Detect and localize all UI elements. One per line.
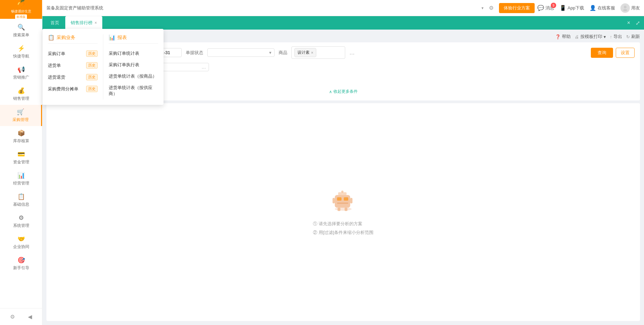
svg-rect-9 (337, 208, 340, 211)
menu-item-return[interactable]: 进货退货 历史 (48, 71, 98, 83)
sidebar-item-guide[interactable]: 🎯 新手引导 (0, 253, 42, 274)
system-dropdown-btn[interactable]: ▾ (481, 6, 484, 10)
sidebar-item-basic[interactable]: 📋 基础信息 (0, 190, 42, 211)
sidebar-item-inventory[interactable]: 📦 库存核算 (0, 126, 42, 147)
purchase-icon: 🛒 (17, 108, 24, 116)
business-section-label: 采购业务 (57, 35, 75, 41)
order-stats-label: 采购订单统计表 (109, 50, 139, 56)
print-icon: 🖨 (575, 34, 579, 39)
tab-sales-rank-label: 销售排行榜 (71, 20, 93, 26)
sidebar-item-purchase[interactable]: 🛒 采购管理 (0, 105, 42, 126)
menu-item-order-stats[interactable]: 采购订单统计表 (109, 48, 158, 59)
tab-close-window-btn[interactable]: × (626, 18, 632, 27)
menu-item-purchase-order[interactable]: 采购订单 历史 (48, 48, 98, 59)
report-section-title: 📊 报表 (109, 34, 158, 44)
empty-tip-1-num: ① (313, 221, 317, 226)
menu-item-incoming-stats-goods[interactable]: 进货单统计表（按商品） (109, 71, 158, 82)
notification-badge: 9 (551, 3, 556, 8)
industry-btn[interactable]: 体验行业方案 (499, 3, 535, 13)
sidebar-item-label: 资金管理 (13, 159, 29, 165)
svg-rect-3 (335, 195, 350, 208)
operations-icon: 📊 (17, 172, 25, 179)
sidebar-item-system[interactable]: ⚙ 系统管理 (0, 211, 42, 232)
sidebar-nav: 🔍 搜索菜单 ⚡ 快捷导航 📢 营销推广 💰 销售管理 🛒 采购管理 📦 库存核… (0, 19, 42, 308)
sidebar-item-label: 企业协同 (13, 244, 29, 250)
export-btn[interactable]: ↑ 导出 (610, 34, 622, 40)
sidebar-item-collab[interactable]: 🤝 企业协同 (0, 232, 42, 253)
tab-expand-btn[interactable]: ⤢ (634, 18, 641, 28)
goods-select[interactable]: 设计素 × (291, 46, 345, 59)
sidebar-settings-btn[interactable]: ⚙ (10, 314, 15, 320)
goods-tag: 设计素 × (294, 48, 316, 57)
sidebar-collapse-btn[interactable]: ◀ (28, 314, 32, 320)
sidebar-logo: 🍊 畅捷通好生意 标准版 (0, 0, 42, 19)
menu-item-order-exec[interactable]: 采购订单执行表 (109, 59, 158, 71)
settings-btn[interactable]: 设置 (616, 48, 635, 58)
sidebar-item-search[interactable]: 🔍 搜索菜单 (0, 20, 42, 41)
report-section: 📊 报表 采购订单统计表 采购订单执行表 进货单统计表（按商品） 进货单统计表（… (109, 34, 158, 99)
empty-tip-2: ② 用[过滤]条件来缩小分析范围 (313, 228, 373, 237)
system-name: 装备及固定资产辅助管理系统 (46, 5, 479, 11)
quicknav-icon: ⚡ (17, 45, 25, 52)
voucher-status-dropdown-icon: ▾ (269, 50, 272, 55)
incoming-stats-goods-label: 进货单统计表（按商品） (109, 73, 157, 79)
return-history-badge[interactable]: 历史 (86, 74, 98, 80)
svg-rect-10 (345, 208, 347, 211)
help-icon: ❓ (555, 34, 561, 39)
sidebar-item-marketing[interactable]: 📢 营销推广 (0, 63, 42, 84)
sidebar-item-label: 库存核算 (13, 138, 29, 144)
sidebar-item-capital[interactable]: 💳 资金管理 (0, 147, 42, 168)
sidebar-item-label: 采购管理 (12, 117, 29, 123)
business-section-title: 📋 采购业务 (48, 34, 98, 44)
online-service-btn[interactable]: 👤 在线客服 (589, 5, 615, 11)
marketing-icon: 📢 (17, 66, 25, 73)
purchase-order-history-badge[interactable]: 历史 (86, 50, 98, 57)
print-label: 按模板打印 (580, 34, 602, 40)
order-exec-label: 采购订单执行表 (109, 62, 139, 68)
sidebar-item-quicknav[interactable]: ⚡ 快捷导航 (0, 41, 42, 63)
tab-sales-rank[interactable]: 销售排行榜 × (65, 16, 102, 30)
message-btn[interactable]: 💬 9 消息 (537, 5, 554, 11)
help-btn[interactable]: ❓ 帮助 (555, 34, 571, 40)
business-section-icon: 📋 (48, 34, 55, 41)
system-icon: ⚙ (19, 214, 24, 221)
purchase-order-label: 采购订单 (48, 51, 65, 57)
user-menu-btn[interactable]: 用友 (620, 3, 640, 13)
svg-point-12 (341, 191, 344, 193)
refresh-btn[interactable]: ↻ 刷新 (626, 34, 640, 40)
sidebar-item-label: 搜索菜单 (13, 32, 29, 38)
sidebar-footer: ⚙ ◀ (0, 308, 42, 325)
print-dropdown-icon[interactable]: ▾ (604, 34, 606, 39)
collapse-label: 收起更多条件 (333, 89, 358, 94)
svg-rect-6 (337, 203, 348, 204)
tab-close-icon[interactable]: × (95, 21, 97, 25)
service-icon: 👤 (589, 5, 596, 11)
logo-text: 畅捷通好生意 (11, 9, 31, 14)
empty-state: ① 请先选择要分析的方案 ② 用[过滤]条件来缩小分析范围 (46, 103, 640, 321)
query-btn[interactable]: 查询 (591, 48, 613, 58)
expense-history-badge[interactable]: 历史 (86, 86, 98, 92)
voucher-status-select[interactable]: ▾ (207, 48, 275, 57)
menu-item-incoming[interactable]: 进货单 历史 (48, 59, 98, 71)
filter-actions: 查询 设置 (591, 48, 635, 58)
menu-item-incoming-stats-supplier[interactable]: 进货单统计表（按供应商） (109, 82, 158, 99)
empty-tip-1: ① 请先选择要分析的方案 (313, 219, 373, 228)
sidebar-item-sales[interactable]: 💰 销售管理 (0, 84, 42, 105)
app-download-btn[interactable]: 📱 App下载 (560, 5, 584, 11)
empty-tip-2-num: ② (313, 230, 317, 235)
print-btn[interactable]: 🖨 按模板打印 ▾ (575, 34, 606, 40)
system-settings-btn[interactable]: ⚙ (489, 5, 494, 11)
sidebar-item-operations[interactable]: 📊 经营管理 (0, 168, 42, 190)
sales-icon: 💰 (17, 87, 25, 94)
app-download-label: App下载 (568, 5, 584, 11)
sidebar: 🍊 畅捷通好生意 标准版 🔍 搜索菜单 ⚡ 快捷导航 📢 营销推广 💰 销售管理… (0, 0, 42, 325)
goods-tag-close-btn[interactable]: × (311, 50, 313, 55)
tab-home[interactable]: 首页 (45, 16, 65, 30)
search-icon: 🔍 (17, 24, 25, 31)
goods-more-btn[interactable]: … (349, 50, 355, 56)
online-service-label: 在线客服 (598, 5, 615, 11)
menu-item-expense[interactable]: 采购费用分摊单 历史 (48, 83, 98, 95)
incoming-history-badge[interactable]: 历史 (86, 62, 98, 69)
phone-icon: 📱 (560, 5, 566, 11)
logo-icon: 🍊 (16, 0, 26, 8)
